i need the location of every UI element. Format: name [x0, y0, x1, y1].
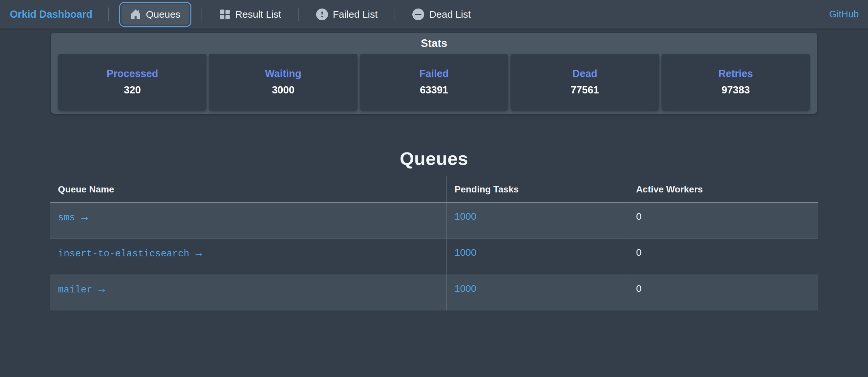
queue-name-cell: mailer→: [50, 275, 446, 311]
nav-item-result-list[interactable]: Result List: [213, 5, 288, 24]
page-title: Queues: [0, 148, 868, 169]
dash-circle-icon: [412, 8, 424, 20]
active-workers-cell: 0: [628, 239, 818, 275]
queue-name-cell: sms→: [50, 202, 446, 239]
nav-divider: [395, 7, 395, 21]
nav-item-failed-list[interactable]: Failed List: [310, 5, 384, 24]
queue-link[interactable]: insert-to-elasticsearch: [58, 248, 189, 259]
navbar: Orkid Dashboard Queues Result List Faile…: [0, 0, 868, 30]
stat-label: Retries: [718, 68, 753, 80]
nav-item-queues[interactable]: Queues: [121, 4, 189, 25]
queues-table: Queue Name Pending Tasks Active Workers …: [50, 176, 818, 310]
exclamation-circle-icon: [316, 8, 328, 20]
queue-link[interactable]: sms: [58, 212, 75, 223]
nav-divider: [299, 7, 299, 21]
github-link[interactable]: GitHub: [829, 9, 859, 20]
arrow-right-icon: →: [193, 246, 205, 259]
brand-title[interactable]: Orkid Dashboard: [10, 8, 93, 20]
table-row: mailer→ 1000 0: [50, 275, 818, 311]
nav-item-dead-list[interactable]: Dead List: [406, 5, 477, 24]
stat-label: Processed: [107, 68, 158, 80]
stats-title: Stats: [58, 37, 810, 50]
stat-card-processed: Processed 320: [58, 54, 207, 110]
pending-tasks-link[interactable]: 1000: [455, 283, 477, 294]
stat-value: 63391: [420, 84, 448, 96]
column-header-pending-tasks: Pending Tasks: [446, 176, 628, 202]
pending-tasks-cell: 1000: [446, 202, 628, 239]
stat-label: Waiting: [265, 68, 301, 80]
arrow-right-icon: →: [96, 282, 107, 295]
nav-item-label: Queues: [146, 9, 181, 20]
arrow-right-icon: →: [79, 210, 90, 222]
home-icon: [130, 9, 141, 20]
stats-panel: Stats Processed 320 Waiting 3000 Failed …: [51, 33, 817, 114]
pending-tasks-link[interactable]: 1000: [455, 247, 477, 258]
stat-card-dead: Dead 77561: [510, 54, 659, 110]
nav-item-label: Result List: [236, 9, 281, 20]
active-workers-cell: 0: [628, 202, 818, 239]
table-row: sms→ 1000 0: [50, 202, 818, 239]
active-workers-cell: 0: [628, 275, 818, 311]
stat-card-waiting: Waiting 3000: [209, 54, 357, 110]
stat-value: 97383: [721, 84, 750, 96]
stat-card-retries: Retries 97383: [661, 54, 810, 110]
nav-item-label: Dead List: [429, 9, 471, 20]
stat-label: Failed: [419, 68, 449, 80]
table-row: insert-to-elasticsearch→ 1000 0: [50, 239, 818, 275]
queue-name-cell: insert-to-elasticsearch→: [50, 239, 446, 275]
grid-icon: [219, 9, 230, 20]
column-header-queue-name: Queue Name: [50, 176, 446, 202]
stat-value: 77561: [570, 84, 599, 96]
pending-tasks-link[interactable]: 1000: [455, 211, 477, 221]
table-header-row: Queue Name Pending Tasks Active Workers: [50, 176, 818, 202]
pending-tasks-cell: 1000: [446, 239, 628, 275]
nav-item-label: Failed List: [333, 9, 378, 20]
stat-card-failed: Failed 63391: [360, 54, 508, 110]
stat-value: 3000: [272, 84, 294, 96]
stats-cards: Processed 320 Waiting 3000 Failed 63391 …: [58, 54, 810, 110]
queue-link[interactable]: mailer: [58, 284, 92, 295]
nav-divider: [202, 7, 202, 21]
stat-value: 320: [124, 84, 141, 96]
stat-label: Dead: [572, 68, 597, 80]
nav-divider: [108, 7, 109, 21]
column-header-active-workers: Active Workers: [628, 176, 818, 202]
pending-tasks-cell: 1000: [446, 275, 628, 311]
